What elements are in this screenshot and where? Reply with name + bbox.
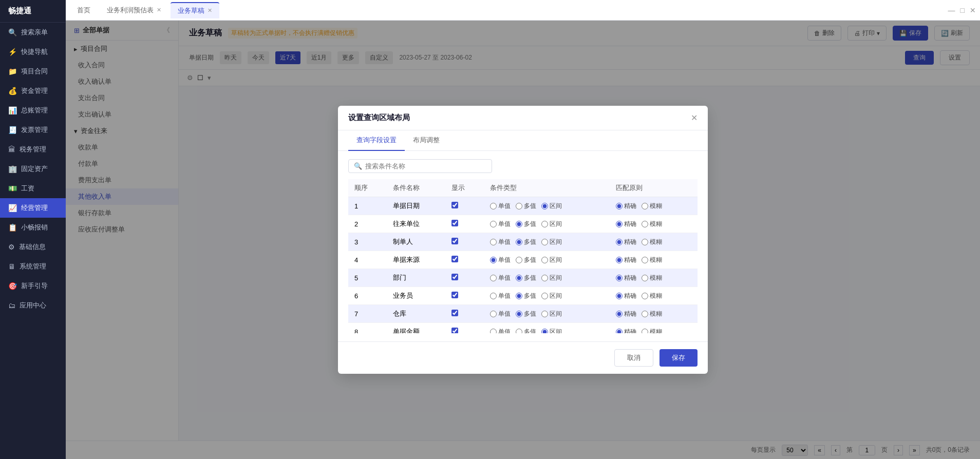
sidebar-item-quicknav[interactable]: ⚡ 快捷导航 — [0, 42, 66, 62]
tab-draft-close[interactable]: ✕ — [208, 7, 212, 14]
match-radio-label[interactable]: 精确 — [616, 274, 636, 282]
type-radio-label[interactable]: 区间 — [541, 220, 562, 228]
type-radio-label[interactable]: 多值 — [516, 238, 536, 246]
sidebar-item-project[interactable]: 📁 项目合同 — [0, 62, 66, 81]
sidebar-item-ledger[interactable]: 📊 总账管理 — [0, 101, 66, 120]
cell-show[interactable] — [445, 323, 484, 334]
sidebar-item-search[interactable]: 🔍 搜索亲单 — [0, 23, 66, 42]
show-checkbox[interactable] — [451, 310, 458, 316]
topbar-min-icon[interactable]: — — [948, 6, 955, 14]
match-radio-label[interactable]: 精确 — [616, 292, 636, 300]
sidebar-item-ops[interactable]: 📈 经营管理 — [0, 198, 66, 218]
match-radio-label[interactable]: 精确 — [616, 238, 636, 246]
show-checkbox[interactable] — [451, 238, 458, 244]
tab-home[interactable]: 首页 — [70, 3, 98, 18]
type-radio-label[interactable]: 多值 — [516, 202, 536, 211]
match-radio-label[interactable]: 精确 — [616, 220, 636, 228]
show-checkbox[interactable] — [451, 328, 458, 333]
sidebar-item-expense[interactable]: 📋 小畅报销 — [0, 218, 66, 237]
show-checkbox[interactable] — [451, 292, 458, 298]
type-radio-label[interactable]: 区间 — [541, 310, 562, 318]
cell-match[interactable]: 精确模糊 — [610, 251, 698, 269]
type-radio-label[interactable]: 区间 — [541, 292, 562, 300]
modal-tab-layout[interactable]: 布局调整 — [405, 130, 448, 151]
cell-match[interactable]: 精确模糊 — [610, 233, 698, 251]
type-radio-label[interactable]: 区间 — [541, 202, 562, 211]
sidebar-item-sys[interactable]: 🖥 系统管理 — [0, 257, 66, 276]
modal-close-button[interactable]: ✕ — [691, 113, 698, 123]
cell-match[interactable]: 精确模糊 — [610, 287, 698, 305]
show-checkbox[interactable] — [451, 274, 458, 280]
type-radio-label[interactable]: 单值 — [490, 328, 511, 334]
type-radio-label[interactable]: 单值 — [490, 202, 511, 211]
match-radio-label[interactable]: 模糊 — [642, 310, 662, 318]
modal-save-button[interactable]: 保存 — [659, 349, 698, 367]
sidebar-item-invoice[interactable]: 🧾 发票管理 — [0, 120, 66, 140]
match-radio-label[interactable]: 模糊 — [642, 256, 662, 264]
type-radio-label[interactable]: 区间 — [541, 238, 562, 246]
topbar-close-icon[interactable]: ✕ — [970, 6, 976, 14]
cell-show[interactable] — [445, 269, 484, 287]
cell-type[interactable]: 单值多值区间 — [484, 251, 610, 269]
cell-show[interactable] — [445, 233, 484, 251]
cell-type[interactable]: 单值多值区间 — [484, 269, 610, 287]
match-radio-label[interactable]: 模糊 — [642, 328, 662, 334]
cell-show[interactable] — [445, 251, 484, 269]
type-radio-label[interactable]: 单值 — [490, 220, 511, 228]
type-radio-label[interactable]: 单值 — [490, 274, 511, 282]
cell-show[interactable] — [445, 215, 484, 233]
cell-type[interactable]: 单值多值区间 — [484, 233, 610, 251]
sidebar-item-finance[interactable]: 💰 资金管理 — [0, 81, 66, 101]
tab-draft[interactable]: 业务草稿 ✕ — [171, 2, 219, 18]
cell-match[interactable]: 精确模糊 — [610, 305, 698, 323]
condition-search-input[interactable] — [365, 162, 486, 170]
cell-show[interactable] — [445, 197, 484, 215]
condition-search-box[interactable]: 🔍 — [348, 159, 492, 173]
sidebar-item-asset[interactable]: 🏢 固定资产 — [0, 159, 66, 179]
cell-show[interactable] — [445, 305, 484, 323]
type-radio-label[interactable]: 多值 — [516, 328, 536, 334]
match-radio-label[interactable]: 模糊 — [642, 274, 662, 282]
type-radio-label[interactable]: 多值 — [516, 220, 536, 228]
tab-profit-close[interactable]: ✕ — [157, 7, 161, 13]
type-radio-label[interactable]: 多值 — [516, 292, 536, 300]
type-radio-label[interactable]: 单值 — [490, 256, 511, 264]
cell-match[interactable]: 精确模糊 — [610, 269, 698, 287]
sidebar-item-salary[interactable]: 💵 工资 — [0, 179, 66, 198]
modal-tab-field-settings[interactable]: 查询字段设置 — [348, 130, 405, 151]
match-radio-label[interactable]: 模糊 — [642, 202, 662, 211]
sidebar-item-tax[interactable]: 🏛 税务管理 — [0, 140, 66, 159]
show-checkbox[interactable] — [451, 256, 458, 262]
cell-type[interactable]: 单值多值区间 — [484, 287, 610, 305]
tab-profit[interactable]: 业务利润预估表 ✕ — [100, 3, 168, 18]
topbar-max-icon[interactable]: □ — [960, 6, 965, 14]
match-radio-label[interactable]: 模糊 — [642, 220, 662, 228]
type-radio-label[interactable]: 多值 — [516, 274, 536, 282]
match-radio-label[interactable]: 精确 — [616, 202, 636, 211]
cell-show[interactable] — [445, 287, 484, 305]
cell-type[interactable]: 单值多值区间 — [484, 323, 610, 334]
cancel-button[interactable]: 取消 — [614, 349, 653, 367]
type-radio-label[interactable]: 单值 — [490, 310, 511, 318]
cell-match[interactable]: 精确模糊 — [610, 215, 698, 233]
cell-match[interactable]: 精确模糊 — [610, 197, 698, 215]
sidebar-item-newguide[interactable]: 🎯 新手引导 — [0, 276, 66, 296]
sidebar-item-basic[interactable]: ⚙ 基础信息 — [0, 237, 66, 257]
type-radio-label[interactable]: 单值 — [490, 292, 511, 300]
type-radio-label[interactable]: 单值 — [490, 238, 511, 246]
show-checkbox[interactable] — [451, 202, 458, 208]
match-radio-label[interactable]: 模糊 — [642, 292, 662, 300]
type-radio-label[interactable]: 区间 — [541, 328, 562, 334]
cell-type[interactable]: 单值多值区间 — [484, 197, 610, 215]
match-radio-label[interactable]: 精确 — [616, 256, 636, 264]
type-radio-label[interactable]: 区间 — [541, 274, 562, 282]
cell-type[interactable]: 单值多值区间 — [484, 215, 610, 233]
type-radio-label[interactable]: 多值 — [516, 310, 536, 318]
match-radio-label[interactable]: 精确 — [616, 310, 636, 318]
settings-table-container[interactable]: 顺序 条件名称 显示 条件类型 匹配原则 1单据日期单值多值区间精确模糊2往来单… — [348, 179, 698, 333]
sidebar-item-apps[interactable]: 🗂 应用中心 — [0, 296, 66, 315]
match-radio-label[interactable]: 精确 — [616, 328, 636, 334]
show-checkbox[interactable] — [451, 220, 458, 226]
match-radio-label[interactable]: 模糊 — [642, 238, 662, 246]
cell-type[interactable]: 单值多值区间 — [484, 305, 610, 323]
